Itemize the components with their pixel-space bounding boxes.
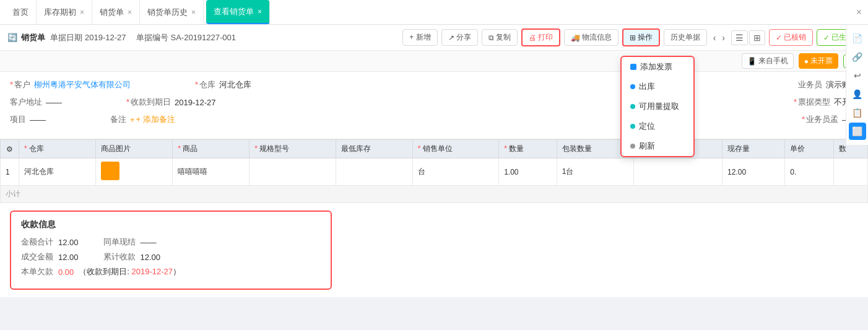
sidebar-link-icon[interactable]: 🔗	[849, 48, 866, 66]
subtotal-label: 小计	[1, 186, 868, 203]
sidebar-return-icon[interactable]: ↩	[849, 67, 866, 84]
add-invoice-label: 添加发票	[640, 61, 672, 72]
tab-view-sales[interactable]: 查看销货单 ×	[206, 0, 270, 24]
revoked-status-button[interactable]: ✓ 已核销	[769, 29, 813, 46]
right-sidebar: 📄 🔗 ↩ 👤 📋 ⬜	[846, 25, 868, 145]
tab-bar: 首页 库存期初 × 销货单 × 销货单历史 × 查看销货单 × ×	[0, 0, 868, 25]
product-table: ⚙ * 仓库 商品图片 * 商品 * 规格型号 最低库存 * 销售单位 * 数量…	[0, 139, 868, 203]
outbound-item[interactable]: 出库	[622, 77, 693, 97]
doc-date-group: 单据日期 2019-12-27	[50, 32, 126, 43]
cumulative-value: 12.00	[141, 253, 161, 262]
tab-history[interactable]: 销货单历史 ×	[140, 0, 204, 24]
extract-icon	[630, 104, 635, 109]
deal-amount-value: 12.00	[58, 253, 79, 262]
sidebar-expand-icon[interactable]: ⬜	[849, 123, 866, 140]
plus-icon: +	[130, 115, 135, 124]
same-order-field: 同单现结 ——	[103, 237, 157, 248]
doc-date-value: 2019-12-27	[85, 33, 126, 42]
row-stock: 12.00	[723, 158, 785, 186]
doc-no-group: 单据编号 SA-20191227-001	[136, 32, 237, 43]
warehouse-field: *仓库 河北仓库	[195, 79, 251, 90]
row-price: 0.	[785, 158, 833, 186]
add-invoice-icon	[630, 64, 636, 70]
close-inventory-tab[interactable]: ×	[80, 8, 84, 17]
new-button[interactable]: + 新增	[402, 29, 437, 46]
bottom-panel: 收款信息 金额合计 12.00 同单现结 —— 成交金额 12.00 累计收款 …	[0, 203, 868, 297]
logistics-icon: 🚚	[571, 33, 580, 42]
add-invoice-item[interactable]: 添加发票	[622, 57, 693, 77]
close-history-tab[interactable]: ×	[191, 8, 196, 17]
same-order-value: ——	[141, 238, 157, 247]
customer-value[interactable]: 柳州粤港平安气体有限公司	[34, 79, 131, 90]
effective-check-icon: ✓	[823, 33, 830, 42]
grid-view-button[interactable]: ⊞	[749, 30, 765, 45]
list-view-button[interactable]: ☰	[731, 30, 748, 45]
total-value: 12.00	[58, 238, 79, 247]
available-extract-item[interactable]: 可用量提取	[622, 97, 693, 116]
outbound-label: 出库	[639, 81, 655, 92]
logistics-button[interactable]: 🚚 物流信息	[564, 29, 618, 46]
sidebar-notes-icon[interactable]: 📋	[849, 104, 866, 121]
row-no: 1	[1, 158, 19, 186]
tab-sales[interactable]: 销货单 ×	[92, 0, 140, 24]
col-warehouse: * 仓库	[19, 140, 96, 158]
sidebar-doc-icon[interactable]: 📄	[849, 30, 866, 47]
col-spec: * 规格型号	[250, 140, 336, 158]
history-records-button[interactable]: 历史单据	[664, 29, 707, 46]
due-date-value: 2019-12-27	[175, 98, 216, 107]
row-unit: 台	[412, 158, 498, 186]
operate-dropdown: 添加发票 出库 可用量提取 定位 刷新	[620, 56, 695, 157]
address-field: 客户地址 ——	[10, 97, 62, 108]
address-value: ——	[46, 98, 62, 107]
copy-button[interactable]: ⧉ 复制	[482, 29, 518, 46]
customer-field: *客户 柳州粤港平安气体有限公司	[10, 79, 131, 90]
refresh-item[interactable]: 刷新	[622, 136, 693, 156]
close-sales-tab[interactable]: ×	[128, 8, 132, 17]
subtotal-row: 小计	[1, 186, 868, 203]
payment-info-box: 收款信息 金额合计 12.00 同单现结 —— 成交金额 12.00 累计收款 …	[10, 211, 332, 290]
close-view-tab[interactable]: ×	[258, 7, 262, 16]
row-min-stock	[336, 158, 412, 186]
form-row-3: 项目 —— 备注 + + 添加备注 *业务员孟 ——	[10, 114, 858, 125]
refresh-icon	[630, 144, 635, 149]
document-title: 🔄 销货单	[7, 32, 45, 43]
col-product-img: 商品图片	[96, 140, 173, 158]
project-field: 项目 ——	[10, 114, 46, 125]
window-close-button[interactable]: ×	[856, 7, 862, 18]
deal-amount-field: 成交金额 12.00	[21, 251, 79, 263]
doc-no-label: 单据编号	[136, 32, 168, 43]
refresh-label: 刷新	[639, 141, 655, 152]
tab-inventory[interactable]: 库存期初 ×	[37, 0, 92, 24]
share-icon: ↗	[448, 33, 454, 42]
document-meta: 单据日期 2019-12-27 单据编号 SA-20191227-001	[50, 32, 397, 43]
print-button[interactable]: 🖨 打印	[521, 28, 560, 46]
row-amount	[833, 158, 867, 186]
row-qty: 1.00	[499, 158, 557, 186]
due-date: 2019-12-27	[132, 267, 173, 276]
add-note-button[interactable]: + + 添加备注	[130, 114, 175, 125]
outbound-icon	[630, 84, 635, 89]
payment-row-1: 金额合计 12.00 同单现结 ——	[21, 237, 321, 248]
doc-type-icon: 🔄	[7, 33, 17, 42]
prev-button[interactable]: ‹	[711, 32, 719, 44]
row-product-img	[96, 158, 173, 186]
product-image	[101, 162, 119, 180]
tab-home[interactable]: 首页	[5, 0, 37, 24]
row-warehouse: 河北仓库	[19, 158, 96, 186]
locate-icon	[630, 124, 635, 129]
doc-date-label: 单据日期	[50, 32, 82, 43]
not-open-button[interactable]: ● 未开票	[799, 53, 838, 69]
operate-button[interactable]: ⊞ 操作	[622, 28, 660, 46]
revoked-check-icon: ✓	[776, 33, 782, 42]
sidebar-user-icon[interactable]: 👤	[849, 85, 866, 103]
share-button[interactable]: ↗ 分享	[441, 29, 478, 46]
next-button[interactable]: ›	[719, 32, 727, 44]
product-table-wrapper: ⚙ * 仓库 商品图片 * 商品 * 规格型号 最低库存 * 销售单位 * 数量…	[0, 139, 868, 203]
form-section: *客户 柳州粤港平安气体有限公司 *仓库 河北仓库 业务员 演示账号 客户地址 …	[0, 72, 868, 139]
locate-label: 定位	[639, 121, 655, 132]
copy-icon: ⧉	[488, 33, 494, 42]
from-phone-button[interactable]: 📱 来自手机	[742, 53, 794, 69]
toolbar-actions: + 新增 ↗ 分享 ⧉ 复制 🖨 打印 🚚 物流信息 ⊞ 操作 历史单据 ‹ ›	[402, 28, 861, 46]
col-product: * 商品	[173, 140, 250, 158]
locate-item[interactable]: 定位	[622, 116, 693, 136]
